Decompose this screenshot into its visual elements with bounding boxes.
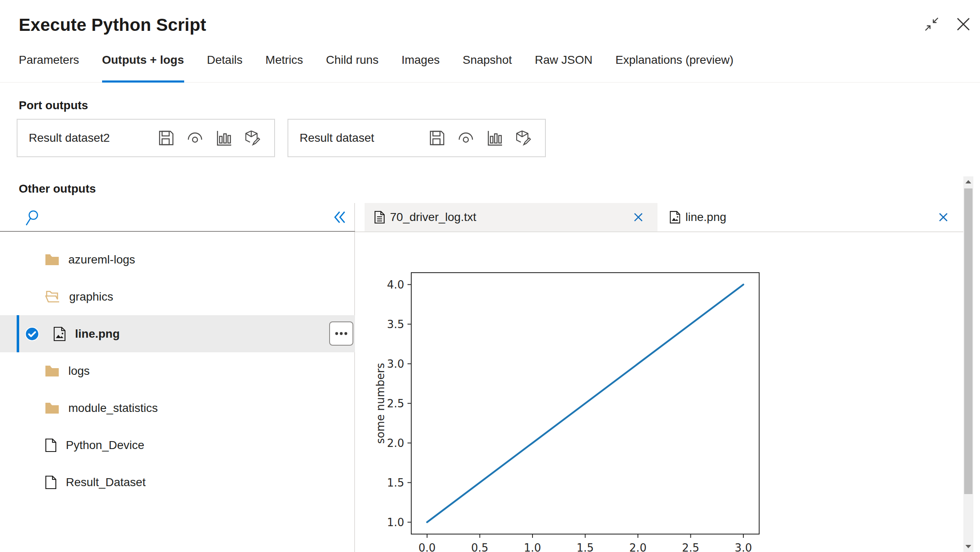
svg-text:4.0: 4.0 — [387, 279, 404, 291]
close-tab-icon[interactable] — [938, 212, 948, 222]
tab-details[interactable]: Details — [207, 50, 243, 83]
main-tab-bar: Parameters Outputs + logs Details Metric… — [0, 50, 980, 83]
text-file-icon — [374, 211, 385, 224]
tab-raw-json[interactable]: Raw JSON — [535, 50, 592, 83]
tree-item-result-dataset[interactable]: Result_Dataset — [0, 464, 355, 501]
scroll-up-icon[interactable] — [963, 176, 973, 187]
svg-text:1.0: 1.0 — [387, 516, 404, 529]
svg-text:2.0: 2.0 — [387, 437, 404, 449]
tree-item-python-device[interactable]: Python_Device — [0, 427, 355, 464]
tree-item-label: logs — [68, 364, 90, 378]
visualize-icon[interactable] — [485, 129, 504, 147]
port-output-actions — [157, 129, 262, 147]
tree-item-label: Result_Dataset — [66, 476, 145, 489]
tree-item-label: line.png — [75, 327, 120, 341]
svg-text:2.0: 2.0 — [629, 542, 646, 552]
tree-item-label: azureml-logs — [68, 253, 135, 266]
file-icon — [45, 438, 57, 452]
svg-text:0.5: 0.5 — [471, 542, 488, 552]
tab-images[interactable]: Images — [401, 50, 440, 83]
search-icon — [25, 210, 40, 226]
port-output-card: Result dataset2 — [17, 119, 275, 157]
tab-explanations[interactable]: Explanations (preview) — [615, 50, 733, 83]
svg-text:3.0: 3.0 — [735, 542, 752, 552]
save-icon[interactable] — [428, 129, 446, 147]
tab-parameters[interactable]: Parameters — [19, 50, 79, 83]
viewer-tab-bar: 70_driver_log.txt line.png — [355, 203, 963, 232]
folder-icon — [45, 402, 59, 414]
viewer-tab-label: 70_driver_log.txt — [390, 211, 476, 224]
scroll-down-icon[interactable] — [963, 541, 973, 552]
svg-text:2.5: 2.5 — [682, 542, 699, 552]
save-icon[interactable] — [157, 129, 175, 147]
vertical-scrollbar[interactable] — [963, 176, 973, 552]
selected-check-icon — [25, 327, 39, 341]
svg-text:1.5: 1.5 — [387, 477, 404, 489]
tab-snapshot[interactable]: Snapshot — [462, 50, 512, 83]
viewer-tab-driver-log[interactable]: 70_driver_log.txt — [365, 203, 658, 231]
folder-icon — [45, 365, 59, 377]
tree-item-logs[interactable]: logs — [0, 352, 355, 389]
image-file-icon — [53, 326, 66, 341]
file-tree-panel: azureml-logs graphics — [0, 203, 355, 552]
register-dataset-icon[interactable] — [243, 129, 262, 147]
port-output-actions — [428, 129, 532, 147]
tab-outputs-logs[interactable]: Outputs + logs — [102, 50, 184, 83]
tab-child-runs[interactable]: Child runs — [326, 50, 378, 83]
preview-icon[interactable] — [186, 129, 204, 147]
port-output-name: Result dataset — [300, 131, 374, 145]
tree-item-label: module_statistics — [68, 401, 158, 415]
other-outputs-heading: Other outputs — [19, 182, 96, 196]
file-preview-pane: 0.00.51.01.52.02.53.01.01.52.02.53.03.54… — [355, 232, 963, 552]
close-tab-icon[interactable] — [633, 212, 643, 222]
tree-item-graphics[interactable]: graphics — [0, 278, 355, 315]
tree-item-label: graphics — [69, 290, 113, 304]
window-controls — [923, 16, 972, 33]
viewer-tab-line-png[interactable]: line.png — [660, 203, 962, 231]
collapse-tree-icon[interactable] — [332, 210, 348, 225]
port-outputs-heading: Port outputs — [19, 99, 88, 112]
port-output-name: Result dataset2 — [29, 131, 110, 145]
search-input[interactable] — [46, 207, 312, 227]
file-icon — [45, 475, 57, 489]
more-options-icon[interactable] — [329, 321, 353, 346]
svg-text:some numbers: some numbers — [375, 363, 387, 444]
svg-text:0.0: 0.0 — [418, 542, 435, 552]
viewer-tab-label: line.png — [685, 211, 726, 224]
tree-item-module-statistics[interactable]: module_statistics — [0, 389, 355, 427]
collapse-icon[interactable] — [923, 16, 940, 33]
svg-text:3.0: 3.0 — [387, 358, 404, 370]
tree-item-label: Python_Device — [66, 439, 144, 452]
port-output-card: Result dataset — [288, 119, 546, 157]
svg-text:3.5: 3.5 — [387, 318, 404, 331]
svg-text:1.5: 1.5 — [577, 542, 594, 552]
close-icon[interactable] — [955, 16, 972, 33]
folder-open-icon — [45, 291, 60, 303]
svg-text:2.5: 2.5 — [387, 397, 404, 410]
tree-item-line-png[interactable]: line.png — [0, 315, 355, 352]
register-dataset-icon[interactable] — [514, 129, 532, 147]
selected-indicator — [17, 315, 19, 352]
scrollbar-thumb[interactable] — [964, 188, 972, 494]
image-file-icon — [670, 211, 680, 224]
file-search-box — [0, 203, 355, 232]
svg-text:1.0: 1.0 — [524, 542, 541, 552]
line-chart-image: 0.00.51.01.52.02.53.01.01.52.02.53.03.54… — [375, 258, 783, 552]
page-title: Execute Python Script — [19, 15, 206, 35]
preview-icon[interactable] — [457, 129, 475, 147]
tab-metrics[interactable]: Metrics — [265, 50, 303, 83]
folder-icon — [45, 253, 59, 266]
visualize-icon[interactable] — [215, 129, 233, 147]
tree-item-azureml-logs[interactable]: azureml-logs — [0, 241, 355, 278]
